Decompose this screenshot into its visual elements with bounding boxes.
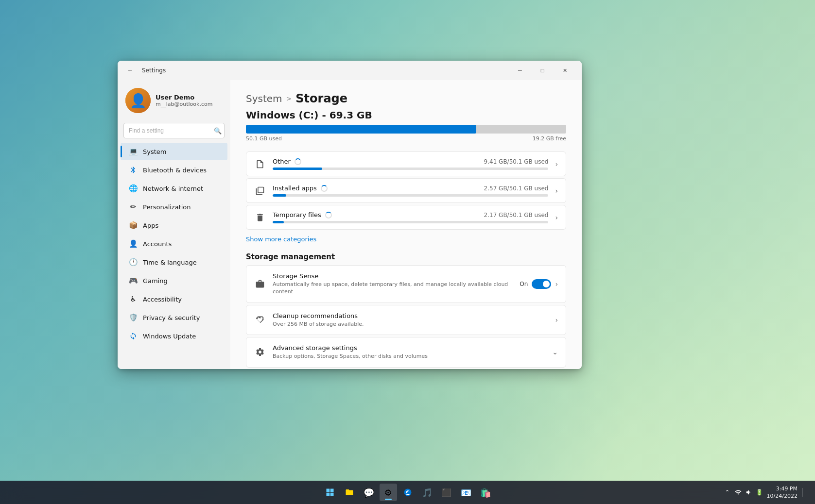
sidebar-item-apps[interactable]: 📦 Apps (121, 217, 227, 234)
sidebar: User Demo m__lab@outlook.com 🔍 💻 System … (118, 80, 230, 369)
taskbar-explorer[interactable] (341, 484, 358, 501)
storage-sense-desc: Automatically free up space, delete temp… (273, 281, 513, 296)
settings-body: User Demo m__lab@outlook.com 🔍 💻 System … (118, 80, 582, 369)
sidebar-item-accounts[interactable]: 👤 Accounts (121, 235, 227, 252)
used-label: 50.1 GB used (246, 135, 282, 142)
other-name: Other (273, 158, 291, 165)
taskbar-chat[interactable]: 💬 (360, 484, 378, 501)
sidebar-item-time[interactable]: 🕐 Time & language (121, 253, 227, 271)
sidebar-item-label-gaming: Gaming (143, 277, 168, 285)
temp-files-icon (254, 212, 266, 223)
user-name: User Demo (156, 94, 223, 101)
taskbar-right: ⌃ 🔋 3:49 PM 10/24/2022 ​ (723, 485, 811, 500)
maximize-button[interactable]: □ (531, 63, 554, 78)
user-profile[interactable]: User Demo m__lab@outlook.com (118, 84, 230, 121)
sidebar-item-label-network: Network & internet (143, 185, 203, 192)
system-icon: 💻 (128, 147, 138, 156)
privacy-icon: 🛡️ (128, 313, 138, 322)
installed-apps-name-row: Installed apps (273, 185, 328, 192)
tray-network[interactable] (734, 488, 743, 497)
show-desktop[interactable]: ​ (802, 488, 811, 497)
sidebar-item-update[interactable]: Windows Update (121, 327, 227, 345)
user-info: User Demo m__lab@outlook.com (156, 94, 223, 107)
title-bar-controls: ← Settings (123, 64, 166, 77)
temp-files-spinner (325, 212, 332, 218)
temp-files-top: Temporary files 2.17 GB/50.1 GB used (273, 211, 548, 218)
cleanup-right: › (555, 316, 558, 324)
minimize-button[interactable]: ─ (509, 63, 531, 78)
breadcrumb-parent[interactable]: System (246, 93, 282, 104)
accounts-icon: 👤 (128, 239, 138, 249)
sidebar-item-system[interactable]: 💻 System (121, 143, 227, 160)
tray-arrow[interactable]: ⌃ (723, 488, 732, 497)
bluetooth-icon (128, 165, 138, 175)
sidebar-item-label-accessibility: Accessibility (143, 296, 182, 303)
tray-volume[interactable] (745, 488, 753, 497)
other-size: 9.41 GB/50.1 GB used (484, 158, 549, 165)
advanced-body: Advanced storage settings Backup options… (273, 344, 545, 360)
taskbar-time[interactable]: 3:49 PM 10/24/2022 (767, 485, 798, 500)
category-installed-apps[interactable]: Installed apps 2.57 GB/50.1 GB used › (246, 178, 566, 203)
temp-files-bar-fill (273, 221, 284, 223)
main-content: System > Storage Windows (C:) - 69.3 GB … (230, 80, 582, 369)
mgmt-cleanup[interactable]: Cleanup recommendations Over 256 MB of s… (246, 305, 566, 335)
advanced-desc: Backup options, Storage Spaces, other di… (273, 353, 545, 360)
cleanup-desc: Over 256 MB of storage available. (273, 320, 548, 328)
back-button[interactable]: ← (123, 64, 137, 77)
category-temp-files[interactable]: Temporary files 2.17 GB/50.1 GB used › (246, 205, 566, 230)
taskbar-store[interactable]: 🛍️ (477, 484, 494, 501)
show-more-categories[interactable]: Show more categories (246, 235, 316, 243)
taskbar-edge[interactable] (399, 484, 416, 501)
storage-sense-body: Storage Sense Automatically free up spac… (273, 272, 513, 296)
taskbar-start[interactable] (321, 484, 339, 501)
window-controls: ─ □ ✕ (509, 63, 576, 78)
installed-apps-size: 2.57 GB/50.1 GB used (484, 185, 549, 192)
search-button[interactable]: 🔍 (214, 127, 222, 134)
main-storage-bar-fill (246, 125, 476, 134)
sidebar-item-accessibility[interactable]: ♿ Accessibility (121, 290, 227, 308)
taskbar-mail[interactable]: 📧 (457, 484, 475, 501)
close-button[interactable]: ✕ (554, 63, 576, 78)
search-input[interactable] (123, 123, 225, 138)
storage-sense-toggle[interactable] (532, 279, 551, 289)
tray-battery[interactable]: 🔋 (755, 488, 764, 497)
taskbar-center: 💬 ⚙️ 🎵 ⬛ 📧 🛍️ (321, 484, 494, 501)
installed-apps-top: Installed apps 2.57 GB/50.1 GB used (273, 185, 548, 192)
sidebar-item-network[interactable]: 🌐 Network & internet (121, 180, 227, 197)
sidebar-item-label-personalization: Personalization (143, 203, 191, 211)
cleanup-chevron: › (555, 316, 558, 324)
sidebar-item-personalization[interactable]: ✏️ Personalization (121, 198, 227, 216)
network-icon: 🌐 (128, 184, 138, 193)
mgmt-advanced[interactable]: Advanced storage settings Backup options… (246, 337, 566, 367)
other-icon (254, 158, 266, 170)
taskbar-terminal[interactable]: ⬛ (438, 484, 455, 501)
apps-icon: 📦 (128, 220, 138, 230)
gaming-icon: 🎮 (128, 276, 138, 286)
other-name-row: Other (273, 158, 301, 165)
category-other[interactable]: Other 9.41 GB/50.1 GB used › (246, 151, 566, 176)
drive-title: Windows (C:) - 69.3 GB (246, 109, 566, 121)
other-body: Other 9.41 GB/50.1 GB used (273, 158, 548, 170)
storage-sense-name: Storage Sense (273, 272, 513, 280)
avatar-image (125, 88, 151, 113)
svg-rect-2 (326, 493, 329, 496)
mgmt-storage-sense[interactable]: Storage Sense Automatically free up spac… (246, 265, 566, 303)
breadcrumb-separator: > (286, 95, 292, 102)
other-chevron: › (555, 160, 558, 168)
storage-management-title: Storage management (246, 252, 566, 261)
installed-apps-name: Installed apps (273, 185, 317, 192)
sidebar-item-bluetooth[interactable]: Bluetooth & devices (121, 161, 227, 179)
other-bar-fill (273, 168, 322, 170)
other-bar (273, 168, 548, 170)
temp-files-body: Temporary files 2.17 GB/50.1 GB used (273, 211, 548, 223)
taskbar-media[interactable]: 🎵 (418, 484, 436, 501)
taskbar-settings[interactable]: ⚙️ (380, 484, 397, 501)
user-email: m__lab@outlook.com (156, 101, 223, 107)
sidebar-item-label-system: System (143, 148, 166, 155)
installed-apps-spinner (321, 185, 328, 192)
sidebar-item-privacy[interactable]: 🛡️ Privacy & security (121, 309, 227, 326)
storage-sense-right: On › (520, 279, 558, 289)
sidebar-item-label-apps: Apps (143, 222, 158, 229)
personalization-icon: ✏️ (128, 202, 138, 212)
sidebar-item-gaming[interactable]: 🎮 Gaming (121, 272, 227, 289)
